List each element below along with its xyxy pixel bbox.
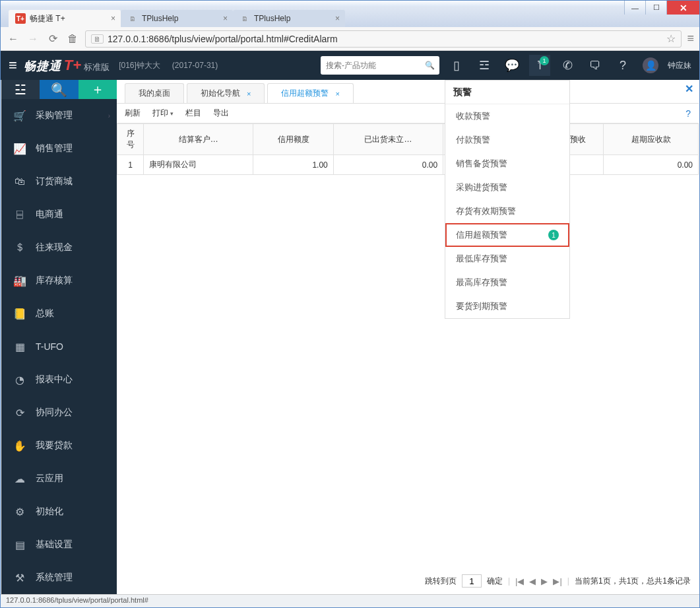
alert-item[interactable]: 要货到期预警 [445, 294, 569, 318]
chat-icon[interactable]: 🗨 [585, 55, 606, 76]
sidebar-item[interactable]: 🛍订货商城 [1, 165, 117, 198]
header-search[interactable]: 🔍 [321, 56, 439, 75]
app-menu-icon[interactable]: ≡ [9, 57, 17, 74]
message-icon[interactable]: 💬 [501, 55, 523, 76]
content-panel-close-icon[interactable]: ✕ [685, 83, 693, 95]
browser-tab[interactable]: T+畅捷通 T+× [9, 10, 121, 27]
sidebar-item[interactable]: ＄往来现金 [1, 231, 117, 264]
user-avatar[interactable]: 👤 [640, 55, 661, 76]
alert-item-label: 收款预警 [456, 110, 490, 122]
tab-favicon [239, 13, 250, 24]
sidebar-item-label: 我要贷款 [36, 440, 73, 452]
sidebar-add-button[interactable]: ＋ [79, 80, 117, 99]
pager-page-input[interactable] [462, 574, 482, 588]
tab-title: TPlusHelp [254, 14, 290, 23]
alert-item-label: 采购进货预警 [456, 182, 507, 193]
toolbar-refresh[interactable]: 刷新 [125, 108, 141, 119]
mobile-icon[interactable]: ▯ [446, 55, 467, 76]
sidebar-item[interactable]: ◔报表中心 [1, 363, 117, 396]
tab-title: TPlusHelp [142, 14, 178, 23]
list-icon[interactable]: ☲ [474, 55, 495, 76]
sidebar-item[interactable]: 📈销售管理 [1, 132, 117, 165]
content-tab-label: 我的桌面 [139, 88, 170, 99]
alert-item[interactable]: 信用超额预警1 [445, 223, 569, 247]
alert-item-label: 存货有效期预警 [456, 205, 516, 217]
tab-favicon: T+ [15, 13, 26, 24]
sidebar-item[interactable]: ⌸电商通 [1, 198, 117, 231]
browser-tab[interactable]: TPlusHelp× [233, 10, 345, 27]
sidebar-search-button[interactable]: 🔍 [40, 80, 78, 99]
sidebar-item[interactable]: 🏭库存核算 [1, 264, 117, 297]
search-input[interactable] [326, 61, 425, 70]
pager-last-icon[interactable]: ▶| [553, 576, 561, 586]
content-tab[interactable]: 初始化导航× [187, 83, 265, 103]
nav-trash-icon[interactable]: 🗑 [65, 32, 80, 46]
sidebar-item-icon: 🛍 [13, 176, 26, 187]
table-cell: 0.00 [333, 155, 443, 175]
content-tab-close-icon[interactable]: × [335, 90, 339, 98]
alert-item[interactable]: 付款预警 [445, 128, 569, 152]
sidebar-item-label: 协同办公 [36, 407, 73, 419]
toolbar-help-icon[interactable]: ? [685, 108, 691, 119]
content-tab-close-icon[interactable]: × [247, 90, 251, 98]
sidebar-item[interactable]: ▦T-UFO [1, 330, 117, 363]
alert-item-label: 要货到期预警 [456, 300, 507, 312]
sidebar-item-icon: 📒 [13, 308, 26, 320]
brand-t: T+ [64, 57, 81, 74]
sidebar-item-icon: ▦ [13, 341, 26, 353]
alert-icon[interactable]: ⤒ 1 [529, 55, 550, 76]
url-input[interactable]: 🗎 127.0.0.1:8686/tplus/view/portal/porta… [85, 30, 682, 48]
browser-menu-icon[interactable]: ≡ [687, 32, 694, 46]
toolbar-export[interactable]: 导出 [213, 108, 229, 119]
tab-close-icon[interactable]: × [111, 14, 115, 23]
sidebar-item-icon: ◔ [13, 374, 26, 386]
pager-summary: 当前第1页，共1页，总共1条记录 [575, 576, 691, 587]
sidebar-item-label: 系统管理 [36, 572, 73, 584]
alert-item[interactable]: 采购进货预警 [445, 176, 569, 199]
tab-close-icon[interactable]: × [223, 14, 228, 23]
brand-edition: 标准版 [84, 61, 110, 73]
url-text: 127.0.0.1:8686/tplus/view/portal/portal.… [108, 34, 338, 44]
sidebar-item-label: 库存核算 [36, 275, 73, 287]
data-table: 序号结算客户…信用额度已出货未立…销售应收款…预收超期应收款 1康明有限公司1.… [117, 123, 699, 175]
sidebar-menu-button[interactable]: ☳ [1, 80, 40, 99]
nav-forward-icon[interactable]: → [26, 32, 40, 46]
alert-item[interactable]: 收款预警 [445, 104, 569, 128]
browser-tab[interactable]: TPlusHelp× [121, 10, 233, 27]
content-tab[interactable]: 信用超额预警× [267, 83, 353, 103]
search-icon[interactable]: 🔍 [425, 61, 435, 70]
tab-title: 畅捷通 T+ [30, 13, 65, 24]
browser-address-bar: ← → ⟳ 🗑 🗎 127.0.0.1:8686/tplus/view/port… [1, 27, 699, 51]
pager-confirm[interactable]: 确定 [487, 576, 503, 587]
sidebar-item-icon: ✋ [13, 440, 26, 452]
sidebar-item[interactable]: ▤基础设置 [1, 528, 117, 561]
sidebar-item[interactable]: ⚙初始化 [1, 495, 117, 528]
sidebar-item[interactable]: ☁云应用 [1, 462, 117, 495]
toolbar-columns[interactable]: 栏目 [185, 108, 201, 119]
table-row[interactable]: 1康明有限公司1.000.002,632.500.00 [117, 155, 699, 175]
window-minimize[interactable] [624, 1, 645, 15]
bookmark-star-icon[interactable]: ☆ [666, 32, 676, 45]
sidebar-item[interactable]: 🛒采购管理› [1, 99, 117, 132]
nav-reload-icon[interactable]: ⟳ [46, 32, 60, 46]
toolbar-print[interactable]: 打印 [152, 108, 174, 119]
alert-item[interactable]: 最低库存预警 [445, 247, 569, 271]
sidebar-item[interactable]: ✋我要贷款 [1, 429, 117, 462]
nav-back-icon[interactable]: ← [6, 32, 20, 46]
pager-prev-icon[interactable]: ◀ [529, 576, 536, 586]
window-maximize[interactable] [645, 1, 666, 15]
sidebar-item[interactable]: 📒总账 [1, 297, 117, 330]
pager-first-icon[interactable]: |◀ [515, 576, 524, 586]
pager: 跳转到页 确定 | |◀ ◀ ▶ ▶| | 当前第1页，共1页，总共1条记录 [425, 568, 691, 594]
support-icon[interactable]: ✆ [557, 55, 578, 76]
alert-item[interactable]: 存货有效期预警 [445, 199, 569, 223]
help-icon[interactable]: ? [612, 55, 633, 76]
tab-close-icon[interactable]: × [335, 14, 340, 23]
alert-item[interactable]: 销售备货预警 [445, 152, 569, 176]
pager-next-icon[interactable]: ▶ [541, 576, 548, 586]
window-close[interactable] [666, 1, 699, 15]
alert-item[interactable]: 最高库存预警 [445, 271, 569, 294]
content-tab[interactable]: 我的桌面 [125, 83, 184, 103]
sidebar-item[interactable]: ⟳协同办公 [1, 396, 117, 429]
sidebar-item[interactable]: ⚒系统管理 [1, 561, 117, 594]
